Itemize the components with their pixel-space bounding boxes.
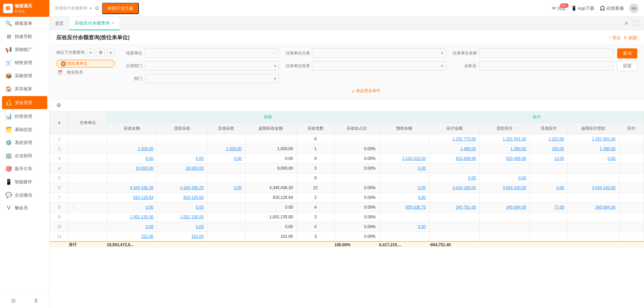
export-button[interactable]: ↑ 导出 — [609, 35, 621, 41]
tab-close-icon[interactable]: × — [112, 21, 114, 26]
branch-dept-input[interactable]: ▾ — [145, 61, 279, 71]
sidebar-item-finance[interactable]: 💰资金管理 — [2, 96, 47, 109]
sidebar-item-marketing[interactable]: 📢营销推广 — [0, 43, 49, 56]
settlement-unit-input[interactable]: ··· — [145, 48, 279, 58]
table-cell[interactable]: 0.00 — [157, 222, 207, 232]
table-cell[interactable]: 0.00 — [157, 154, 207, 164]
table-cell[interactable]: 4,345,436.20 — [107, 183, 157, 193]
table-cell[interactable]: 152.00 — [157, 232, 207, 242]
tab-maximize-icon[interactable]: ⛶ — [632, 20, 641, 27]
table-cell-link[interactable]: 13.00 — [554, 156, 564, 161]
filter-collapse-sidebar-btn[interactable]: « — [107, 48, 115, 56]
topbar-dropdown-icon[interactable]: ▾ — [90, 6, 92, 11]
topbar-service-button[interactable]: 🎧 在线客服 — [600, 5, 624, 11]
table-cell-link[interactable]: 4,345,436.20 — [180, 185, 204, 190]
sidebar-item-sales[interactable]: 🛒销售管理 — [0, 56, 49, 69]
table-cell[interactable]: 1,390.00 — [480, 144, 530, 154]
table-cell-link[interactable]: 0.00 — [418, 166, 426, 171]
sidebar-item-search[interactable]: 🔍搜索菜单 — [0, 17, 49, 30]
table-cell-link[interactable]: 810,126.64 — [133, 195, 153, 200]
sidebar-item-vip[interactable]: V畅会员 — [0, 202, 49, 214]
table-cell-link[interactable]: 3,044,240.00 — [592, 185, 615, 190]
settings-button[interactable]: 设置 — [617, 60, 637, 71]
table-cell[interactable]: 0.00 — [429, 173, 480, 183]
table-cell-link[interactable]: 1,252,773.00 — [452, 137, 476, 141]
table-cell[interactable]: 655,636.75 — [379, 203, 429, 212]
table-cell-link[interactable]: 152.00 — [191, 234, 204, 239]
table-cell-link[interactable]: 810,126.64 — [183, 195, 204, 200]
tab-close-window-icon[interactable]: ✕ — [622, 19, 631, 27]
table-cell[interactable]: 345,761.00 — [429, 203, 480, 212]
table-cell[interactable]: 1,251,551.00 — [568, 134, 619, 144]
table-cell[interactable]: 0.00 — [207, 183, 245, 193]
table-cell-link[interactable]: 18,000.00 — [186, 166, 204, 171]
sidebar-item-hardware[interactable]: 📱智能硬件 — [0, 175, 49, 188]
table-cell-link[interactable]: 3,044,240.00 — [503, 185, 526, 190]
table-cell-link[interactable]: 1,001,135.00 — [180, 215, 204, 219]
table-cell-link[interactable]: 1,001,135.00 — [130, 215, 153, 219]
unit-category-input[interactable]: ▾ — [312, 48, 446, 58]
table-cell-link[interactable]: 1,000.00 — [226, 146, 242, 151]
unit-nature-input[interactable]: ▾ — [312, 61, 446, 71]
table-cell[interactable]: 0.00 — [568, 154, 619, 164]
table-cell-link[interactable]: 0.00 — [196, 156, 204, 161]
table-cell-link[interactable]: 0.00 — [418, 224, 426, 229]
sidebar-item-purchase[interactable]: 📦采购管理 — [0, 69, 49, 82]
table-cell[interactable]: 3,044,240.00 — [568, 183, 619, 193]
salesperson-input[interactable]: ··· — [479, 61, 613, 71]
table-cell[interactable]: 0.00 — [107, 154, 157, 164]
table-cell-link[interactable]: 0.00 — [608, 156, 615, 161]
table-cell[interactable]: 1,222.00 — [530, 134, 568, 144]
table-cell[interactable]: 77.00 — [530, 203, 568, 212]
table-cell[interactable]: 1,251,551.00 — [480, 134, 530, 144]
table-cell-link[interactable]: 0.00 — [196, 205, 204, 210]
sidebar-item-system[interactable]: ⚙️系统管理 — [0, 136, 49, 149]
table-cell[interactable]: 1,000.00 — [207, 144, 245, 154]
topbar-gear-icon[interactable]: ⚙ — [95, 5, 99, 11]
table-cell[interactable]: 1,001,135.00 — [107, 212, 157, 222]
filter-collapse-button[interactable]: ∧ 收起更多条件 — [119, 87, 613, 95]
filter-by-unit-option[interactable]: 畅 按往来单位 — [56, 60, 115, 68]
table-cell[interactable]: 100.00 — [530, 144, 568, 154]
sidebar-settings-btn[interactable]: ⚙ — [3, 297, 23, 305]
table-cell[interactable]: 18,000.00 — [107, 164, 157, 173]
table-cell[interactable]: 0.00 — [379, 193, 429, 203]
sidebar-item-wechat[interactable]: 💬企业微信 — [0, 188, 49, 202]
filter-add-btn[interactable]: + — [87, 48, 95, 56]
topbar-user-avatar[interactable]: Rit — [629, 4, 639, 13]
table-cell[interactable]: 0.00 — [157, 203, 207, 212]
table-cell-link[interactable]: 345,684.00 — [595, 205, 615, 210]
table-cell[interactable]: 3,044,240.00 — [429, 183, 480, 193]
table-cell-link[interactable]: 0.00 — [418, 185, 426, 190]
topbar-promo-button[interactable]: 体验行业方案 — [102, 3, 139, 14]
table-cell-link[interactable]: 0.00 — [196, 224, 204, 229]
table-cell-link[interactable]: 1,390.00 — [511, 146, 526, 151]
table-cell[interactable]: 810,126.64 — [107, 193, 157, 203]
table-cell-link[interactable]: 100.00 — [552, 146, 564, 151]
table-cell[interactable]: 1,490.00 — [429, 144, 480, 154]
department-input[interactable]: ▾ — [145, 74, 279, 83]
table-cell-link[interactable]: 152.00 — [141, 234, 154, 239]
table-cell-link[interactable]: 0.00 — [146, 156, 153, 161]
table-cell-link[interactable]: 0.00 — [146, 224, 153, 229]
tab-home[interactable]: 首页 — [50, 17, 69, 30]
table-cell-link[interactable]: 915,508.56 — [456, 156, 476, 161]
table-cell[interactable]: 2,153,333.00 — [379, 154, 429, 164]
table-cell-link[interactable]: 77.00 — [554, 205, 564, 210]
sidebar-item-operation[interactable]: 📊经营管理 — [0, 110, 49, 123]
table-cell-link[interactable]: 1,251,551.00 — [503, 137, 526, 141]
table-cell[interactable]: 0.00 — [379, 222, 429, 232]
table-cell[interactable]: 18,000.00 — [157, 164, 207, 173]
table-cell[interactable]: 0.00 — [480, 173, 530, 183]
sidebar-collapse-btn[interactable]: ⏸ — [26, 297, 46, 305]
table-cell[interactable]: 915,508.56 — [429, 154, 480, 164]
table-cell[interactable]: 13.00 — [530, 154, 568, 164]
query-button[interactable]: 查询 — [617, 48, 637, 58]
sidebar-item-inventory[interactable]: 🏠库存核算 — [0, 82, 49, 95]
table-cell-link[interactable]: 1,490.00 — [460, 146, 476, 151]
table-cell-link[interactable]: 345,684.00 — [506, 205, 526, 210]
table-cell-link[interactable]: 0.00 — [468, 176, 476, 180]
table-cell-link[interactable]: 345,761.00 — [456, 205, 476, 210]
table-cell[interactable]: 1,390.00 — [568, 144, 619, 154]
tab-receivable-payable[interactable]: 应收应付余额查询 × — [69, 17, 120, 30]
